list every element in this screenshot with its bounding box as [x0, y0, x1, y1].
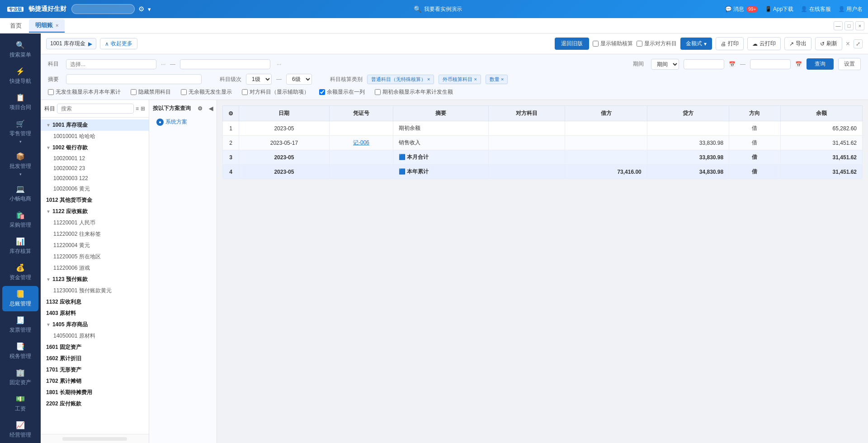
tree-item-1801[interactable]: 1801 长期待摊费用	[41, 387, 149, 398]
sidebar-item-purchase[interactable]: 🛍️ 采购管理	[2, 207, 38, 233]
tree-item-2202[interactable]: 2202 应付账款	[41, 398, 149, 410]
sidebar-item-assets[interactable]: 🏢 固定资产	[2, 365, 38, 390]
account-selector[interactable]: 1001 库存现金 ▶	[46, 38, 96, 49]
tag-ordinary-close[interactable]: ×	[427, 76, 430, 82]
tab-home[interactable]: 首页	[4, 19, 28, 33]
tree-item-1601[interactable]: 1601 固定资产	[41, 342, 149, 353]
balance-one-col-checkbox[interactable]	[319, 89, 325, 95]
tree-item-1701[interactable]: 1701 无形资产	[41, 364, 149, 376]
tree-search-input[interactable]	[57, 104, 134, 114]
hide-disabled-check[interactable]: 隐藏禁用科目	[131, 88, 171, 96]
subject-input[interactable]	[66, 59, 156, 69]
row-voucher-2[interactable]: 记-006	[329, 136, 393, 150]
sidebar-item-invoice[interactable]: 🧾 发票管理	[2, 312, 38, 338]
subject-input-2[interactable]	[180, 59, 270, 69]
show-assist-check[interactable]: 显示辅助核算	[593, 40, 633, 48]
voucher-link-2[interactable]: 记-006	[353, 139, 369, 146]
sidebar-item-retail[interactable]: 🛒 零售管理 ▾	[2, 116, 38, 148]
no-activity-checkbox[interactable]	[48, 89, 54, 95]
tree-item-10020001[interactable]: 10020001 12	[41, 153, 149, 163]
tag-ordinary[interactable]: 普通科目（无特殊核算） ×	[367, 75, 434, 84]
sidebar-item-ecommerce[interactable]: 💻 小畅电商	[2, 181, 38, 206]
tag-qty[interactable]: 数量 ×	[486, 75, 508, 84]
opposite-show-checkbox[interactable]	[242, 89, 248, 95]
user-avatar[interactable]: 👤 用户名	[838, 5, 863, 13]
expand-corner-btn[interactable]: ⤢	[854, 39, 863, 48]
tree-item-10020003[interactable]: 10020003 122	[41, 173, 149, 183]
level-to-select[interactable]: 6级	[286, 74, 312, 85]
refresh-btn[interactable]: ↺ 刷新	[815, 37, 842, 50]
filter-collapse-icon[interactable]: ◀	[209, 105, 213, 112]
tree-horizontal-scrollbar[interactable]	[62, 437, 127, 441]
tag-qty-close[interactable]: ×	[501, 76, 504, 82]
tree-view-icon[interactable]: ≡	[136, 105, 139, 112]
calendar-to-icon[interactable]: 📅	[795, 61, 802, 67]
tab-ledger[interactable]: 明细账 ×	[29, 19, 65, 33]
tree-item-11220002[interactable]: 11220002 往来标签	[41, 229, 149, 240]
calendar-from-icon[interactable]: 📅	[729, 61, 736, 67]
tree-item-1132[interactable]: 1132 应收利息	[41, 296, 149, 308]
tree-item-1012[interactable]: 1012 其他货币资金	[41, 195, 149, 206]
message-btn[interactable]: 💬 消息 99+	[725, 5, 758, 13]
expand-btn[interactable]: ∧ 收起更多	[100, 38, 137, 49]
summary-input[interactable]	[66, 74, 202, 84]
top-search-input[interactable]	[71, 4, 135, 14]
panel-close-btn[interactable]: ×	[846, 40, 850, 48]
year-opening-checkbox[interactable]	[375, 89, 381, 95]
tree-item-10010001[interactable]: 10010001 哈哈哈	[41, 131, 149, 142]
sidebar-item-finance[interactable]: 💰 资金管理	[2, 260, 38, 285]
tree-expand-icon[interactable]: ⊞	[141, 105, 145, 112]
window-minimize-btn[interactable]: —	[834, 21, 843, 30]
app-download-btn[interactable]: 📱 App下载	[765, 5, 793, 13]
back-old-version-btn[interactable]: 退回旧版	[555, 38, 589, 50]
no-balance-check[interactable]: 无余额无发生显示	[181, 88, 232, 96]
tree-item-1123[interactable]: ▼ 1123 预付账款	[41, 274, 149, 285]
tree-item-1403[interactable]: 1403 原材料	[41, 308, 149, 319]
window-close-btn[interactable]: ×	[855, 21, 864, 30]
tree-item-10020002[interactable]: 10020002 23	[41, 163, 149, 173]
tree-item-11220004[interactable]: 11220004 黄元	[41, 240, 149, 251]
sidebar-item-search[interactable]: 🔍 搜索菜单	[2, 37, 38, 62]
period-from-input[interactable]: 2023-05	[684, 59, 724, 69]
table-settings-icon[interactable]: ⚙	[228, 110, 233, 117]
online-service-btn[interactable]: 👤 在线客服	[801, 5, 830, 13]
export-btn[interactable]: ↗ 导出	[784, 37, 811, 50]
search-btn[interactable]: 查询	[807, 58, 834, 70]
hide-disabled-checkbox[interactable]	[131, 89, 137, 95]
filter-config-icon[interactable]: ⚙	[198, 105, 203, 112]
tree-item-11220006[interactable]: 11220006 游戏	[41, 262, 149, 274]
no-balance-checkbox[interactable]	[181, 89, 187, 95]
tab-close-icon[interactable]: ×	[56, 23, 58, 28]
tag-foreign-close[interactable]: ×	[474, 76, 476, 82]
period-type-select[interactable]: 期间	[651, 59, 679, 70]
sidebar-item-wholesale[interactable]: 📦 批发管理 ▾	[2, 148, 38, 180]
sidebar-item-tax[interactable]: 📑 税务管理	[2, 338, 38, 364]
cloud-print-btn[interactable]: ☁ 云打印	[747, 37, 781, 50]
sidebar-item-inventory[interactable]: 📊 库存核算	[2, 233, 38, 259]
demo-link[interactable]: 🔍 我要看实例演示	[414, 5, 462, 13]
tree-item-1702[interactable]: 1702 累计摊销	[41, 376, 149, 387]
tree-item-10020006[interactable]: 10020006 黄元	[41, 183, 149, 195]
opposite-show-check[interactable]: 对方科目（显示辅助项）	[242, 88, 309, 96]
no-activity-check[interactable]: 无发生额显示本月本年累计	[48, 88, 121, 96]
window-maximize-btn[interactable]: □	[844, 21, 854, 30]
tree-item-11230001[interactable]: 11230001 预付账款黄元	[41, 285, 149, 296]
tree-item-1001[interactable]: ▼ 1001 库存现金	[41, 119, 149, 131]
col-settings[interactable]: ⚙	[223, 106, 239, 121]
year-opening-check[interactable]: 期初余额显示本年累计发生额	[375, 88, 453, 96]
period-to-input[interactable]: 2023-05	[750, 59, 791, 69]
settings-btn[interactable]: 设置	[838, 58, 861, 70]
print-btn[interactable]: 🖨 打印	[716, 37, 744, 50]
tree-item-1602[interactable]: 1602 累计折旧	[41, 353, 149, 364]
filter-side-system-scheme[interactable]: ● 系统方案	[153, 116, 213, 128]
level-from-select[interactable]: 1级	[246, 74, 272, 85]
tree-item-1002[interactable]: ▼ 1002 银行存款	[41, 142, 149, 153]
tree-item-1405[interactable]: ▼ 1405 库存商品	[41, 319, 149, 330]
sidebar-item-management[interactable]: 📈 经营管理	[2, 417, 38, 443]
format-btn[interactable]: 金额式 ▾	[680, 38, 712, 50]
dropdown-icon[interactable]: ▾	[148, 6, 151, 13]
show-opposite-check[interactable]: 显示对方科目	[637, 40, 677, 48]
show-opposite-checkbox[interactable]	[637, 41, 642, 47]
tree-item-14050001[interactable]: 14050001 原材料	[41, 330, 149, 342]
balance-one-col-check[interactable]: 余额显示在一列	[319, 88, 365, 96]
